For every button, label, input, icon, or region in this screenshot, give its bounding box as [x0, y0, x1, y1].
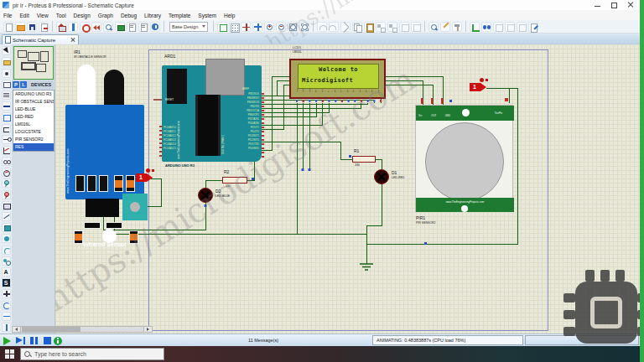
device-list-item[interactable]: LED-BLUE: [13, 106, 54, 113]
menu-item[interactable]: Help: [224, 13, 235, 18]
bus-mode-icon[interactable]: [2, 101, 11, 111]
home-icon[interactable]: [56, 22, 66, 32]
marker-mode-icon[interactable]: [2, 289, 11, 298]
pan-icon[interactable]: [252, 22, 262, 32]
generator-mode-icon[interactable]: [2, 168, 11, 177]
import-icon[interactable]: [39, 22, 49, 32]
menu-item[interactable]: Edit: [19, 13, 29, 18]
menu-item[interactable]: Graph: [98, 13, 113, 18]
subcircuit-icon[interactable]: [2, 112, 11, 122]
copy-icon[interactable]: [352, 22, 362, 32]
start-button[interactable]: [5, 349, 14, 359]
2d-arc-icon[interactable]: [2, 246, 11, 255]
pick-devices-button[interactable]: P: [13, 81, 19, 88]
open-project-icon[interactable]: [15, 22, 25, 32]
2d-text-icon[interactable]: A: [2, 267, 11, 277]
rotate-clockwise-icon[interactable]: [2, 301, 11, 310]
device-pin-icon[interactable]: [2, 135, 11, 144]
search-tag-icon[interactable]: [481, 22, 491, 32]
logicstate-ir-toggle[interactable]: [146, 168, 150, 173]
sim-play-button[interactable]: [2, 336, 13, 345]
ir-sensor-module[interactable]: www.TheEngineeringProjects.com Infrared …: [65, 105, 144, 199]
edit-properties-icon[interactable]: [440, 22, 450, 32]
menu-item[interactable]: Design: [74, 13, 91, 18]
tape-recorder-icon[interactable]: [2, 157, 11, 166]
redraw-icon[interactable]: [217, 22, 227, 32]
library-button[interactable]: L: [20, 81, 27, 88]
zoom-out-icon[interactable]: [276, 22, 286, 32]
property-assignment-icon[interactable]: [493, 22, 503, 32]
menu-item[interactable]: Debug: [121, 13, 137, 18]
menu-item[interactable]: View: [37, 13, 49, 18]
schematic-canvas[interactable]: IR1 IR OBSTACLE SENSOR www.TheEngineerin…: [55, 44, 641, 334]
block-delete-icon[interactable]: [411, 22, 421, 32]
maximize-button[interactable]: [605, 0, 622, 10]
2d-line-icon[interactable]: [2, 212, 11, 221]
led-d2[interactable]: [198, 188, 213, 203]
horizontal-scrollbar[interactable]: [12, 326, 153, 333]
device-list-item[interactable]: RES: [13, 143, 54, 151]
scrollbar-thumb[interactable]: [22, 327, 80, 332]
edit-part-icon[interactable]: [428, 22, 439, 32]
selection-mode-icon[interactable]: [2, 46, 11, 55]
goto-sheet-icon[interactable]: [91, 22, 101, 32]
mirror-vertical-icon[interactable]: [2, 323, 11, 332]
2d-circle-icon[interactable]: [2, 234, 11, 243]
block-rotate-icon[interactable]: [399, 22, 409, 32]
led-d1[interactable]: [374, 169, 389, 184]
design-explorer-select[interactable]: Base Design: [169, 22, 208, 32]
menu-item[interactable]: Library: [144, 13, 161, 18]
remove-sheet-icon[interactable]: [517, 22, 527, 32]
new-sheet-icon[interactable]: [505, 22, 515, 32]
device-list-item[interactable]: LED-RED: [13, 113, 54, 121]
terminal-mode-icon[interactable]: [2, 124, 11, 133]
close-button[interactable]: [622, 0, 639, 10]
sim-pause-button[interactable]: [29, 336, 40, 345]
refresh-icon[interactable]: [68, 22, 78, 32]
electrical-check-icon[interactable]: [138, 22, 148, 32]
resistor-r2[interactable]: [222, 177, 247, 184]
virtual-instrument-icon[interactable]: [2, 201, 11, 210]
origin-icon[interactable]: [241, 22, 251, 32]
message-count-label[interactable]: 11 Message(s): [248, 338, 278, 343]
scroll-right-icon[interactable]: [143, 327, 152, 332]
sim-step-button[interactable]: [15, 336, 27, 345]
bom-icon[interactable]: [127, 22, 137, 32]
pir-sensor-module[interactable]: VccOUTGND TestPin www.TheEngineeringProj…: [415, 105, 513, 212]
zoom-area-icon[interactable]: [299, 22, 309, 32]
taskbar-search[interactable]: Type here to search: [20, 348, 164, 360]
arduino-board[interactable]: RESET AREF www.TheEngineeringProjects.co…: [162, 65, 262, 162]
block-copy-icon[interactable]: [376, 22, 386, 32]
design-notes-icon[interactable]: [528, 22, 538, 32]
undo-icon[interactable]: [317, 22, 327, 32]
component-mode-icon[interactable]: [2, 57, 11, 66]
current-probe-icon[interactable]: [2, 190, 11, 199]
grid-toggle-icon[interactable]: [229, 22, 239, 32]
2d-box-icon[interactable]: [2, 223, 11, 232]
block-move-icon[interactable]: [387, 22, 397, 32]
help-icon[interactable]: [150, 22, 160, 32]
design-tools-icon[interactable]: [452, 22, 462, 32]
menu-item[interactable]: Tool: [56, 13, 66, 18]
tab-schematic-capture[interactable]: Schematic Capture: [2, 34, 79, 44]
redo-icon[interactable]: [329, 22, 339, 32]
zoom-doc-icon[interactable]: [103, 22, 113, 32]
junction-dot-icon[interactable]: [2, 69, 11, 78]
text-script-icon[interactable]: [2, 90, 11, 100]
tab-close-icon[interactable]: [70, 38, 75, 43]
wire-label-icon[interactable]: [2, 80, 11, 89]
device-list-item[interactable]: PIR SENSOR2: [13, 136, 54, 143]
2d-path-icon[interactable]: [2, 256, 11, 266]
overview-minimap[interactable]: [13, 46, 54, 80]
wire-autorouter-icon[interactable]: [470, 22, 480, 32]
cut-icon[interactable]: [340, 22, 351, 32]
menu-item[interactable]: System: [198, 13, 216, 18]
menu-item[interactable]: Template: [169, 13, 190, 18]
new-project-icon[interactable]: [3, 22, 13, 32]
logicstate-pir-toggle[interactable]: [480, 78, 484, 82]
device-list-item[interactable]: LOGICSTATE: [13, 128, 54, 136]
graph-mode-icon[interactable]: [2, 146, 11, 155]
lcd-display[interactable]: Welcome to Microdigisoft VSSVDDVEERSRWED…: [289, 59, 386, 99]
center-icon[interactable]: [80, 22, 90, 32]
sim-stop-button[interactable]: [42, 336, 54, 345]
